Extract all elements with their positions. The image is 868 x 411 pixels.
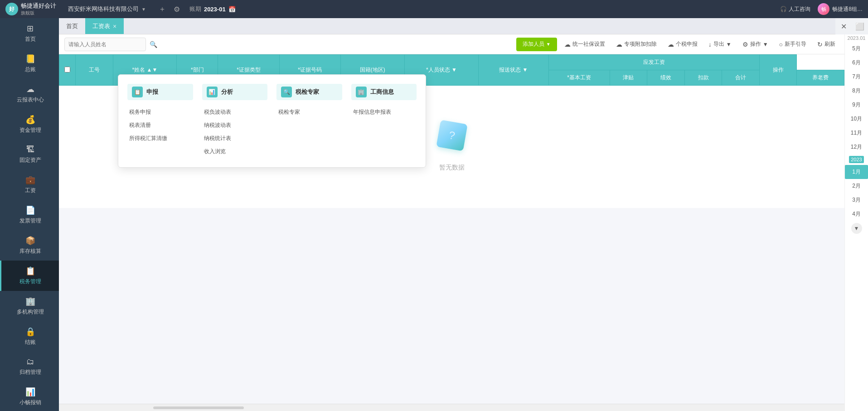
analysis-header: 📊 分析 (202, 84, 268, 100)
operations-icon: ⚙ (742, 41, 748, 48)
cloud-icon: ☁ (26, 84, 34, 94)
date-month-1[interactable]: 1月 (845, 165, 868, 179)
export-arrow: ▼ (726, 41, 732, 48)
dropdown-item-tax-table[interactable]: 税表清册 (127, 119, 193, 132)
dropdown-item-income-browse[interactable]: 收入浏览 (202, 145, 268, 158)
period-info: 账期 2023-01 📅 (189, 5, 236, 13)
declaration-header: 📋 申报 (127, 84, 193, 100)
window-restore-button[interactable]: ⬜ (852, 18, 868, 34)
sidebar-item-tax[interactable]: 📋 税务管理 (0, 261, 59, 291)
fund-icon: 💰 (25, 115, 35, 125)
calendar-icon[interactable]: 📅 (228, 6, 236, 13)
sidebar-item-home[interactable]: ⊞ 首页 (0, 18, 59, 48)
special-deduction-button[interactable]: ☁ 专项附加扣除 (612, 38, 660, 51)
date-month-5[interactable]: 5月 (845, 42, 868, 56)
operations-button[interactable]: ⚙ 操作 ▼ (739, 38, 772, 51)
dropdown-item-annual-report[interactable]: 年报信息申报表 (351, 106, 417, 119)
tab-close-icon[interactable]: × (113, 23, 116, 29)
refresh-button[interactable]: ↻ 刷新 (814, 38, 839, 51)
xiaochang-icon: 📊 (25, 387, 35, 397)
tax-expert-header: 🔍 税检专家 (276, 84, 342, 100)
sidebar-item-cloud-report[interactable]: ☁ 云报表中心 (0, 79, 59, 109)
user-button[interactable]: 畅 畅捷通8组… (818, 3, 863, 15)
checkbox-header[interactable] (59, 55, 76, 86)
dropdown-item-tax-payment[interactable]: 纳税波动表 (202, 119, 268, 132)
date-nav-down[interactable]: ▼ (851, 223, 862, 234)
content-area: 首页 工资表 × 🔍 添加人员 ▼ ☁ 统一社保设置 ☁ 专项附加扣除 (59, 18, 844, 411)
date-month-11[interactable]: 11月 (845, 126, 868, 140)
dropdown-item-tax-stats[interactable]: 纳税统计表 (202, 132, 268, 145)
dropdown-section-tax-expert: 🔍 税检专家 税检专家 (276, 84, 342, 158)
sidebar-label-cloud: 云报表中心 (17, 96, 44, 104)
export-label: 导出 (713, 40, 724, 48)
date-month-12[interactable]: 12月 (845, 140, 868, 154)
sidebar-label-fund: 资金管理 (19, 126, 41, 134)
select-all-checkbox[interactable] (64, 67, 70, 73)
th-payroll-group: 应发工资 (548, 55, 759, 70)
sidebar-label-payroll: 工资 (25, 187, 36, 194)
empty-cube-icon (436, 120, 468, 151)
add-person-label: 添加人员 (523, 40, 544, 48)
date-month-6[interactable]: 6月 (845, 56, 868, 70)
th-action: 操作 (759, 55, 797, 86)
dropdown-item-tax-report[interactable]: 税务申报 (127, 106, 193, 119)
sidebar-item-ledger[interactable]: 📒 总账 (0, 48, 59, 79)
sidebar-label-assets: 固定资产 (19, 156, 41, 164)
export-button[interactable]: ↓ 导出 ▼ (705, 38, 735, 51)
sidebar-item-assets[interactable]: 🏗 固定资产 (0, 140, 59, 169)
tax-report-button[interactable]: ☁ 个税申报 (664, 38, 701, 51)
sidebar-item-xiaochang[interactable]: 📊 小畅报销 (0, 382, 59, 411)
dropdown-item-income-tax[interactable]: 所得税汇算清缴 (127, 132, 193, 145)
social-insurance-icon: ☁ (564, 41, 571, 48)
add-icon[interactable]: ＋ (157, 4, 168, 15)
date-month-3[interactable]: 3月 (845, 193, 868, 207)
search-input[interactable] (64, 38, 146, 51)
sidebar-label-inventory: 库存核算 (19, 247, 41, 255)
settings-icon[interactable]: ⚙ (171, 4, 182, 15)
new-guide-icon: ○ (779, 41, 783, 48)
top-bar-right: 🎧 人工咨询 畅 畅捷通8组… (780, 3, 863, 15)
dropdown-item-tax-expert[interactable]: 税检专家 (276, 106, 342, 119)
sidebar-item-archive[interactable]: 🗂 归档管理 (0, 352, 59, 382)
help-label: 人工咨询 (789, 5, 810, 13)
date-month-2[interactable]: 2月 (845, 179, 868, 193)
sidebar-item-payroll[interactable]: 💼 工资 (0, 169, 59, 200)
horizontal-scrollbar[interactable] (153, 406, 244, 409)
date-month-10[interactable]: 10月 (845, 112, 868, 126)
search-button[interactable]: 🔍 (150, 41, 157, 48)
sidebar-item-multi-org[interactable]: 🏢 多机构管理 (0, 291, 59, 321)
sidebar-item-invoice[interactable]: 📄 发票管理 (0, 200, 59, 230)
empty-icon (434, 122, 470, 158)
th-performance: 绩效 (647, 70, 685, 86)
social-insurance-button[interactable]: ☁ 统一社保设置 (561, 38, 609, 51)
sidebar-item-closing[interactable]: 🔒 结账 (0, 321, 59, 352)
sidebar-label-multi-org: 多机构管理 (17, 308, 44, 316)
window-close-button[interactable]: ✕ (835, 18, 852, 34)
tab-home[interactable]: 首页 (59, 18, 85, 34)
app-version: 旗舰版 (21, 10, 56, 16)
period-label: 账期 (189, 5, 201, 13)
help-button[interactable]: 🎧 人工咨询 (780, 5, 810, 13)
date-month-9[interactable]: 9月 (845, 98, 868, 112)
company-name: 西安虾米网络科技有限公司 (68, 5, 139, 13)
th-number: 工号 (76, 55, 113, 86)
top-bar: 好 畅捷通好会计 旗舰版 西安虾米网络科技有限公司 ▼ ＋ ⚙ 账期 2023-… (0, 0, 868, 18)
tab-payroll[interactable]: 工资表 × (85, 18, 124, 34)
sidebar-item-inventory[interactable]: 📦 库存核算 (0, 230, 59, 261)
sidebar-item-fund[interactable]: 💰 资金管理 (0, 109, 59, 140)
company-arrow-icon: ▼ (141, 7, 146, 12)
dropdown-item-tax-burden[interactable]: 税负波动表 (202, 106, 268, 119)
company-selector[interactable]: 西安虾米网络科技有限公司 ▼ (64, 5, 150, 13)
th-report-status: 报送状态 ▼ (479, 55, 548, 86)
analysis-icon: 📊 (207, 87, 218, 97)
analysis-title: 分析 (221, 88, 233, 96)
date-month-4[interactable]: 4月 (845, 207, 868, 221)
assets-icon: 🏗 (26, 145, 34, 155)
logo-icon: 好 (5, 3, 18, 15)
new-guide-button[interactable]: ○ 新手引导 (776, 38, 810, 51)
refresh-label: 刷新 (824, 40, 835, 48)
add-person-button[interactable]: 添加人员 ▼ (516, 38, 557, 51)
toolbar: 🔍 添加人员 ▼ ☁ 统一社保设置 ☁ 专项附加扣除 ☁ 个税申报 ↓ 导出 (59, 34, 844, 54)
date-month-7[interactable]: 7月 (845, 70, 868, 84)
date-month-8[interactable]: 8月 (845, 84, 868, 98)
